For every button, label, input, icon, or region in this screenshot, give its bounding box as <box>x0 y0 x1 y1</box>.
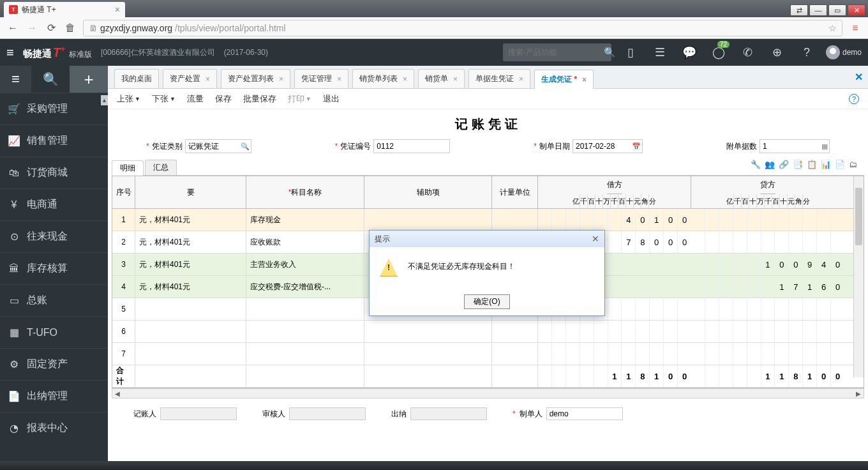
sidebar-add-icon[interactable]: + <box>70 66 108 93</box>
sidebar-label: 固定资产 <box>27 358 68 371</box>
headset-icon[interactable]: ✆ <box>738 42 758 63</box>
sidebar-item[interactable]: 📈销售管理 <box>0 125 108 156</box>
tab-close-icon[interactable]: × <box>453 75 458 84</box>
table-row[interactable]: 7 <box>112 343 864 365</box>
help-icon[interactable]: ? <box>797 42 817 63</box>
grid-icon-2[interactable]: 👥 <box>765 160 775 170</box>
tb-flow[interactable]: 流量 <box>187 93 204 105</box>
grid-scrollbar-v[interactable] <box>853 176 864 377</box>
search-input[interactable] <box>508 48 604 57</box>
input-no[interactable]: 0112 <box>373 139 450 153</box>
grid-icon-4[interactable]: 📑 <box>793 160 803 170</box>
nav-toggle-icon[interactable]: ≡ <box>0 66 31 93</box>
search-icon[interactable]: 🔍 <box>604 47 616 58</box>
sidebar-item[interactable]: 📄出纳管理 <box>0 380 108 412</box>
reload-icon[interactable]: ⟳ <box>45 22 57 34</box>
sidebar-item[interactable]: 🛒采购管理 <box>0 93 108 125</box>
input-date[interactable]: 2017-02-28📅 <box>572 139 643 153</box>
doc-tab[interactable]: 资产处置× <box>163 69 217 88</box>
tab-close-icon[interactable]: × <box>337 75 341 84</box>
window-minimize-icon[interactable]: — <box>809 4 827 16</box>
grid-icon-1[interactable]: 🔧 <box>751 160 761 170</box>
table-row[interactable]: 6 <box>112 321 864 343</box>
credit-cells: 17160 <box>691 276 844 298</box>
add-note-icon[interactable]: ⊕ <box>767 42 788 63</box>
sidebar-item[interactable]: 🛍订货商城 <box>0 156 108 188</box>
sidebar-item[interactable]: ▦T-UFO <box>0 316 108 348</box>
tab-close-icon[interactable]: × <box>582 75 587 84</box>
tab-close-icon[interactable]: × <box>115 4 120 15</box>
tab-close-icon[interactable]: × <box>519 75 523 84</box>
field-bookkeeper[interactable] <box>160 407 237 420</box>
sidebar-item[interactable]: ▭总账 <box>0 284 108 316</box>
doc-tab[interactable]: 生成凭证 *× <box>534 70 594 89</box>
forward-icon[interactable]: → <box>26 22 38 34</box>
sidebar-collapse-handle[interactable]: ▲ <box>101 95 108 105</box>
list-icon[interactable]: ☰ <box>650 42 670 63</box>
grid-icon-5[interactable]: 📋 <box>807 160 817 170</box>
window-close-icon[interactable]: ✕ <box>848 4 865 16</box>
tb-batch-save[interactable]: 批量保存 <box>243 93 276 105</box>
subtab-detail[interactable]: 明细 <box>112 160 144 176</box>
tb-next[interactable]: 下张 ▼ <box>152 93 176 105</box>
tab-close-icon[interactable]: × <box>206 75 210 84</box>
global-search[interactable]: 🔍 <box>503 43 611 61</box>
sidebar-item[interactable]: ◔报表中心 <box>0 412 108 444</box>
table-row[interactable]: 1元，材料401元库存现金40100 <box>112 209 864 231</box>
sidebar-item[interactable]: ⚙固定资产 <box>0 348 108 380</box>
chat-icon[interactable]: 💬 <box>679 42 700 63</box>
field-cashier[interactable] <box>410 407 487 420</box>
grid-icon-7[interactable]: 📄 <box>835 160 845 170</box>
calendar-icon[interactable]: 📅 <box>632 142 641 151</box>
doc-tab[interactable]: 单据生凭证× <box>468 69 530 88</box>
tb-print[interactable]: 打印 ▼ <box>288 93 311 105</box>
user-menu[interactable]: demo <box>826 45 862 59</box>
hamburger-icon[interactable]: ≡ <box>6 45 14 60</box>
dialog-titlebar[interactable]: 提示 ✕ <box>370 231 604 247</box>
calc-icon[interactable]: ▦ <box>821 142 828 151</box>
field-preparer: demo <box>546 407 623 420</box>
tb-save[interactable]: 保存 <box>215 93 232 105</box>
doc-tab[interactable]: 销货单× <box>418 69 465 88</box>
dialog-close-icon[interactable]: ✕ <box>592 234 599 244</box>
scroll-left-icon[interactable]: ◀ <box>112 389 123 398</box>
window-swap-icon[interactable]: ⇄ <box>790 4 808 16</box>
url-input[interactable]: 🗎 gzyxdjy.gnway.org/tplus/view/portal/po… <box>83 20 842 36</box>
subtab-summary[interactable]: 汇总 <box>145 160 177 175</box>
browser-tab[interactable]: T 畅捷通 T+ × <box>4 2 125 17</box>
sidebar-item[interactable]: 🏛库存核算 <box>0 252 108 284</box>
grid-icon-6[interactable]: 📊 <box>821 160 831 170</box>
trash-icon[interactable]: 🗑 <box>64 22 77 34</box>
doc-tab[interactable]: 销货单列表× <box>352 69 414 88</box>
close-all-tabs-icon[interactable]: ✕ <box>855 71 863 83</box>
tb-exit[interactable]: 退出 <box>323 93 340 105</box>
doc-tab[interactable]: 资产处置列表× <box>221 69 290 88</box>
org-code: [006666]仁怀英雄渡酒业有限公司 <box>101 47 215 58</box>
mobile-icon[interactable]: ▯ <box>620 42 641 63</box>
toolbar-help-icon[interactable]: ? <box>849 94 859 104</box>
tab-close-icon[interactable]: × <box>279 75 283 84</box>
sidebar-search-icon[interactable]: 🔍 <box>31 66 70 93</box>
menu-icon[interactable]: ≡ <box>849 22 862 34</box>
sidebar-item[interactable]: ⊙往来现金 <box>0 220 108 252</box>
grid-icon-8[interactable]: 🗂 <box>849 160 859 170</box>
scroll-right-icon[interactable]: ▶ <box>853 389 864 398</box>
dialog-ok-button[interactable]: 确定(O) <box>464 294 509 309</box>
sidebar-item[interactable]: ¥电商通 <box>0 188 108 220</box>
bookmark-icon[interactable]: ☆ <box>828 23 837 33</box>
lookup-icon[interactable]: 🔍 <box>241 142 250 151</box>
window-maximize-icon[interactable]: ▭ <box>828 4 846 16</box>
tb-prev[interactable]: 上张 ▼ <box>117 93 140 105</box>
doc-tab[interactable]: 我的桌面 <box>114 69 159 88</box>
credit-cells <box>691 343 844 365</box>
input-attach[interactable]: 1▦ <box>760 139 830 153</box>
tab-label: 我的桌面 <box>121 73 152 84</box>
field-auditor[interactable] <box>289 407 366 420</box>
grid-scrollbar-h[interactable]: ◀ ▶ <box>112 388 864 398</box>
back-icon[interactable]: ← <box>6 22 19 34</box>
doc-tab[interactable]: 凭证管理× <box>294 69 348 88</box>
tab-close-icon[interactable]: × <box>403 75 407 84</box>
input-type[interactable]: 记账凭证🔍 <box>185 139 251 153</box>
notification-icon[interactable]: ◯72 <box>708 42 729 63</box>
grid-icon-3[interactable]: 🔗 <box>779 160 789 170</box>
